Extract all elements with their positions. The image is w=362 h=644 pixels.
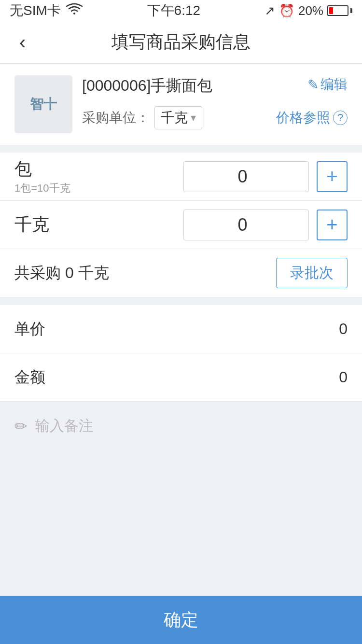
time-text: 下午6:12 — [147, 1, 201, 20]
status-left: 无SIM卡 — [10, 1, 83, 20]
edit-button[interactable]: ✎ 编辑 — [307, 75, 348, 94]
unit-label: 采购单位： — [82, 109, 150, 127]
help-icon: ? — [333, 111, 348, 125]
note-icon: ✏ — [14, 417, 28, 435]
edit-icon: ✎ — [307, 77, 319, 93]
confirm-button[interactable]: 确定 — [0, 596, 362, 644]
product-card: 智十 [0000006]手撕面包 ✎ 编辑 采购单位： 千克 ▾ 价格参照 ? — [0, 64, 362, 145]
unit-arrow-icon: ▾ — [191, 112, 196, 124]
price-ref-button[interactable]: 价格参照 ? — [276, 109, 348, 127]
kg-label: 千克 — [14, 213, 72, 237]
separator-1 — [0, 145, 362, 153]
note-section[interactable]: ✏ 输入备注 — [0, 402, 362, 450]
alarm-icon: ⏰ — [279, 3, 294, 18]
separator-2 — [0, 297, 362, 305]
batch-button[interactable]: 录批次 — [276, 258, 348, 288]
unit-price-value: 0 — [339, 320, 348, 338]
bao-control: + — [72, 161, 348, 192]
bao-label-sub: 1包=10千克 — [14, 181, 72, 196]
product-image: 智十 — [14, 75, 72, 133]
product-info: [0000006]手撕面包 ✎ 编辑 采购单位： 千克 ▾ 价格参照 ? — [82, 75, 348, 129]
amount-row: 金额 0 — [0, 353, 362, 402]
confirm-label: 确定 — [164, 608, 198, 632]
unit-price-row: 单价 0 — [0, 305, 362, 353]
kg-input-row: 千克 + — [0, 201, 362, 249]
summary-text: 共采购 0 千克 — [14, 263, 109, 284]
bao-label: 包 1包=10千克 — [14, 157, 72, 196]
amount-value: 0 — [339, 368, 348, 386]
content-area — [0, 450, 362, 595]
page-title: 填写商品采购信息 — [111, 30, 251, 54]
price-section: 单价 0 金额 0 — [0, 305, 362, 402]
product-logo: 智十 — [30, 95, 57, 113]
summary-row: 共采购 0 千克 录批次 — [0, 249, 362, 297]
back-button[interactable]: ‹ — [14, 27, 30, 58]
bao-input-row: 包 1包=10千克 + — [0, 153, 362, 201]
battery-percent: 20% — [298, 3, 323, 18]
unit-select[interactable]: 千克 ▾ — [154, 106, 202, 129]
price-ref-label: 价格参照 — [276, 109, 330, 127]
location-icon: ↗ — [265, 3, 275, 18]
kg-control: + — [72, 210, 348, 240]
nav-bar: ‹ 填写商品采购信息 — [0, 21, 362, 64]
note-placeholder: 输入备注 — [35, 416, 93, 436]
input-section: 包 1包=10千克 + 千克 + 共采购 0 千克 录批次 — [0, 153, 362, 297]
unit-price-label: 单价 — [14, 319, 45, 340]
product-name: [0000006]手撕面包 — [82, 75, 212, 97]
amount-label: 金额 — [14, 367, 45, 388]
bao-plus-button[interactable]: + — [317, 161, 348, 192]
product-unit: 采购单位： 千克 ▾ 价格参照 ? — [82, 106, 348, 129]
kg-plus-button[interactable]: + — [317, 210, 348, 240]
unit-selected-text: 千克 — [161, 109, 188, 127]
wifi-icon — [66, 3, 83, 19]
bao-label-main: 包 — [14, 157, 72, 181]
kg-input[interactable] — [183, 210, 309, 240]
carrier-text: 无SIM卡 — [10, 1, 61, 20]
status-bar: 无SIM卡 下午6:12 ↗ ⏰ 20% — [0, 0, 362, 21]
bao-input[interactable] — [183, 161, 309, 192]
battery-icon — [327, 5, 352, 16]
status-right: ↗ ⏰ 20% — [265, 3, 352, 18]
product-header: [0000006]手撕面包 ✎ 编辑 — [82, 75, 348, 97]
kg-label-main: 千克 — [14, 213, 72, 237]
edit-label: 编辑 — [320, 75, 348, 94]
